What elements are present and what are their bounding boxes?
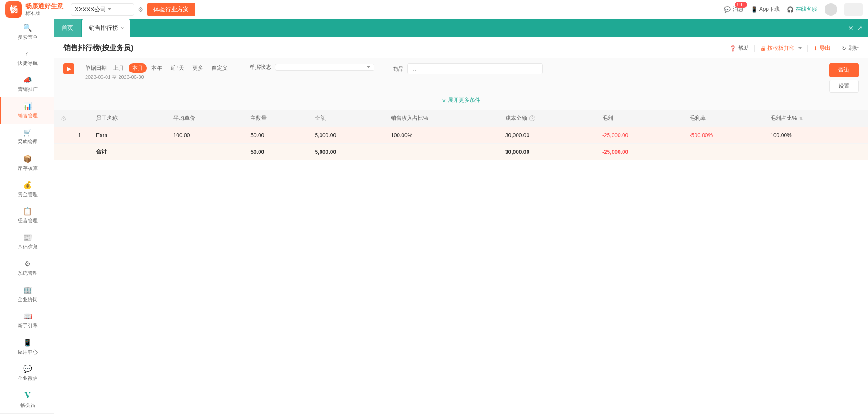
print-button[interactable]: 🖨 按模板打印 — [760, 44, 802, 52]
query-button[interactable]: 查询 — [829, 63, 859, 77]
th-sales-pct: 销售收入占比% — [385, 110, 500, 127]
print-chevron-icon — [798, 47, 802, 49]
tf-avg-price — [168, 144, 245, 161]
cart-icon: 🛒 — [23, 128, 32, 137]
gear-icon: ⚙ — [24, 259, 31, 268]
tab-sales-ranking[interactable]: 销售排行榜 × — [82, 19, 130, 37]
filter-arrow[interactable]: ▶ — [63, 63, 74, 74]
sidebar-item-corp[interactable]: 🏢 企业协同 — [0, 281, 54, 307]
money-icon: 💰 — [23, 181, 32, 189]
cost-info-icon[interactable]: ? — [529, 115, 535, 121]
message-icon: 💬 — [724, 6, 731, 13]
date-tab-more[interactable]: 更多 — [189, 63, 207, 73]
settings-button[interactable]: 设置 — [829, 80, 859, 93]
member-icon: V — [25, 391, 31, 400]
status-filter: 单据状态 — [249, 63, 374, 71]
tab-close-icon[interactable]: × — [121, 25, 124, 31]
sidebar-item-purchase[interactable]: 🛒 采购管理 — [0, 124, 54, 150]
date-tab-7days[interactable]: 近7天 — [167, 63, 188, 73]
goods-select[interactable]: … — [407, 63, 543, 74]
sidebar-item-system[interactable]: ⚙ 系统管理 — [0, 255, 54, 281]
notification-button[interactable]: 💬 消息 99+ — [724, 5, 743, 13]
sidebar-item-label: 企业协同 — [18, 296, 38, 303]
book-icon: 📖 — [23, 312, 32, 321]
close-window-icon[interactable]: ✕ — [848, 24, 854, 32]
tf-empty1 — [54, 144, 72, 161]
help-button[interactable]: ❓ 帮助 — [729, 44, 749, 52]
filter-area: ▶ 单据日期 上月 本月 本年 近7天 — [54, 58, 868, 110]
phone-icon: 📱 — [751, 6, 758, 13]
divider — [754, 45, 755, 52]
tab-bar-actions: ✕ ⤢ — [848, 24, 868, 32]
table-settings-icon[interactable]: ⚙ — [61, 115, 67, 122]
th-cost: 成本全额 ? — [500, 110, 597, 127]
export-icon: ⬇ — [813, 45, 818, 52]
th-rank — [72, 110, 91, 127]
tab-home[interactable]: 首页 — [54, 19, 81, 37]
td-rank: 1 — [72, 127, 91, 144]
page-title: 销售排行榜(按业务员) — [63, 43, 134, 53]
logo-text: 畅康通好生意 标准版 — [25, 2, 63, 16]
goods-placeholder: … — [411, 66, 539, 72]
refresh-button[interactable]: ↻ 刷新 — [842, 44, 859, 52]
td-settings — [54, 127, 72, 144]
td-gross-rate: -500.00% — [684, 127, 765, 144]
restore-window-icon[interactable]: ⤢ — [857, 24, 863, 32]
user-name-display — [844, 3, 863, 16]
box-icon: 📦 — [23, 154, 32, 163]
date-tab-prev-month[interactable]: 上月 — [110, 63, 128, 73]
goods-filter: 商品 … — [393, 63, 543, 74]
export-button[interactable]: ⬇ 导出 — [813, 44, 830, 52]
company-name: XXXXX公司 — [75, 5, 106, 14]
sidebar-item-operation[interactable]: 📋 经营管理 — [0, 202, 54, 229]
status-chevron-icon — [367, 66, 370, 68]
sidebar-item-basic[interactable]: 📰 基础信息 — [0, 229, 54, 255]
sidebar-item-member[interactable]: V 畅会员 — [0, 386, 54, 413]
sidebar-item-label: 资金管理 — [18, 191, 38, 198]
date-label: 单据日期 — [85, 64, 107, 72]
th-settings: ⚙ — [54, 110, 72, 127]
top-bar: 畅 畅康通好生意 标准版 XXXXX公司 ⚙ 体验行业方案 💬 消息 99+ 📱 — [0, 0, 868, 19]
th-gross: 毛利 — [597, 110, 684, 127]
sidebar-item-search[interactable]: 🔍 搜索菜单 — [0, 19, 54, 45]
sidebar-item-label: 基础信息 — [18, 244, 38, 250]
sidebar-item-weixin[interactable]: 💬 企业微信 — [0, 360, 54, 386]
table-footer: 合计 50.00 5,000.00 30,000.00 -25,000.00 — [54, 144, 868, 161]
th-qty: 主数量 — [245, 110, 309, 127]
tf-gross-pct — [765, 144, 868, 161]
query-area: 查询 设置 — [829, 63, 859, 93]
trial-button[interactable]: 体验行业方案 — [147, 3, 195, 16]
status-select[interactable] — [275, 64, 374, 71]
sidebar-item-guide[interactable]: 📖 新手引导 — [0, 307, 54, 334]
content-area: 首页 销售排行榜 × ✕ ⤢ 销售排行榜(按业务员) — [54, 19, 868, 417]
sidebar-item-appstore[interactable]: 📱 应用中心 — [0, 334, 54, 360]
date-tab-year[interactable]: 本年 — [148, 63, 166, 73]
th-avg-price: 平均单价 — [168, 110, 245, 127]
table-row: 1 Eam 100.00 50.00 5,000.00 100.00% 30,0… — [54, 127, 868, 144]
date-tab-custom[interactable]: 自定义 — [208, 63, 231, 73]
td-avg-price: 100.00 — [168, 127, 245, 144]
sidebar-item-nav[interactable]: ⌂ 快捷导航 — [0, 45, 54, 71]
main-area: 🔍 搜索菜单 ⌂ 快捷导航 📣 营销推广 📊 销售管理 🛒 采购管理 📦 — [0, 19, 868, 417]
settings-icon[interactable]: ⚙ — [138, 6, 144, 13]
sidebar-item-marketing[interactable]: 📣 营销推广 — [0, 71, 54, 97]
building-icon: 🏢 — [23, 286, 32, 294]
sidebar: 🔍 搜索菜单 ⌂ 快捷导航 📣 营销推广 📊 销售管理 🛒 采购管理 📦 — [0, 19, 54, 417]
online-service-button[interactable]: 🎧 在线客服 — [787, 5, 817, 13]
date-tab-current-month[interactable]: 本月 — [129, 63, 147, 73]
sidebar-bottom: ⚙ ◀ — [0, 413, 54, 417]
app-download-button[interactable]: 📱 App下载 — [751, 5, 780, 13]
avatar[interactable] — [825, 3, 837, 16]
sidebar-item-inventory[interactable]: 📦 库存核算 — [0, 150, 54, 176]
tf-gross-rate — [684, 144, 765, 161]
report-icon: 📋 — [23, 207, 32, 216]
tf-amount: 5,000.00 — [309, 144, 385, 161]
sidebar-item-label: 快捷导航 — [18, 60, 38, 67]
tf-sales-pct — [385, 144, 500, 161]
expand-button[interactable]: ∨ 展开更多条件 — [63, 96, 859, 104]
sidebar-item-finance[interactable]: 💰 资金管理 — [0, 176, 54, 202]
company-select[interactable]: XXXXX公司 — [71, 3, 134, 16]
sort-icon[interactable]: ⇅ — [799, 116, 803, 121]
sidebar-item-sales[interactable]: 📊 销售管理 — [0, 97, 54, 124]
tf-qty: 50.00 — [245, 144, 309, 161]
